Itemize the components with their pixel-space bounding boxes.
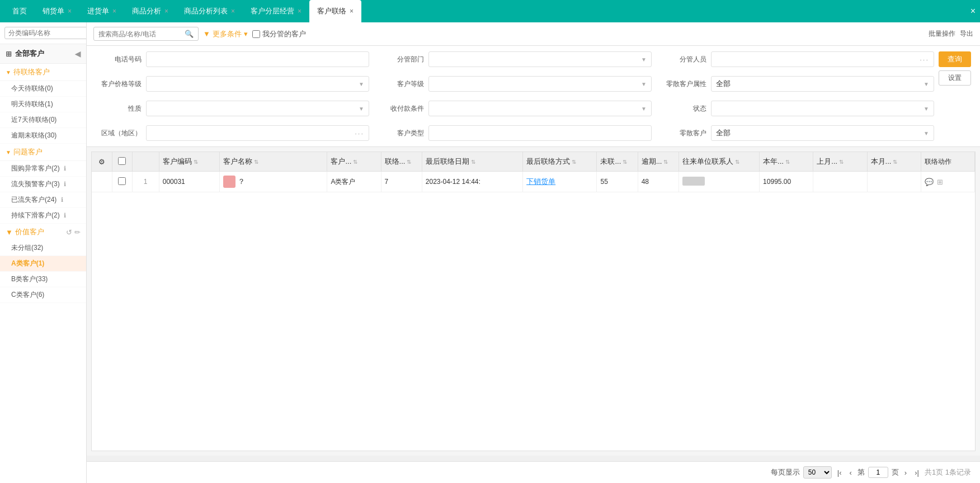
export-btn[interactable]: 导出 xyxy=(960,29,973,39)
row-this-year: 10995.00 xyxy=(760,172,813,192)
settings-button[interactable]: 设置 xyxy=(939,70,971,86)
th-code[interactable]: 客户编码⇅ xyxy=(159,152,219,172)
th-last-method[interactable]: 最后联络方式⇅ xyxy=(523,152,597,172)
th-action: 联络动作 xyxy=(921,152,974,172)
problem-arrow: ▼ xyxy=(6,149,11,155)
nav-sales[interactable]: 销货单 × xyxy=(35,0,79,22)
th-check[interactable] xyxy=(112,152,132,172)
sidebar-section-value[interactable]: ▼ 价值客户 ↺ ✏ xyxy=(0,224,86,240)
contact-sort-icon: ⇅ xyxy=(407,159,411,165)
nav-purchase[interactable]: 进货单 × xyxy=(79,0,124,22)
customer-type-input[interactable] xyxy=(428,125,652,141)
sidebar-item-b-class[interactable]: B类客户(33) xyxy=(0,272,86,287)
nav-goods-list-close[interactable]: × xyxy=(231,7,235,15)
chat-icon[interactable]: 💬 xyxy=(925,178,934,186)
nav-sales-close[interactable]: × xyxy=(68,7,72,15)
nav-goods-analysis-close[interactable]: × xyxy=(164,7,168,15)
last-page-btn[interactable]: ›| xyxy=(912,467,921,478)
code-sort-icon: ⇅ xyxy=(194,159,198,165)
sidebar-item-a-class[interactable]: A类客户(1) xyxy=(0,256,86,272)
dept-dropdown[interactable]: ▼ xyxy=(428,51,652,67)
phone-input[interactable] xyxy=(146,51,369,67)
pending-arrow: ▼ xyxy=(6,69,11,75)
th-unit-contact[interactable]: 往来单位联系人⇅ xyxy=(679,152,759,172)
nav-customer-layer[interactable]: 客户分层经营 × xyxy=(243,0,309,22)
status-dropdown[interactable]: ▼ xyxy=(711,101,934,116)
unit-contact-sort-icon: ⇅ xyxy=(735,159,739,165)
th-no-contact[interactable]: 未联...⇅ xyxy=(597,152,638,172)
batch-op-btn[interactable]: 批量操作 xyxy=(929,29,955,39)
sidebar-collapse-icon[interactable]: ◀ xyxy=(75,50,81,58)
sidebar-section-pending[interactable]: ▼ 待联络客户 xyxy=(0,64,86,81)
sidebar-item-7days[interactable]: 近7天待联络(0) xyxy=(0,112,86,128)
sidebar-item-churned[interactable]: 已流失客户(24) ℹ xyxy=(0,192,86,208)
nature-dropdown[interactable]: ▼ xyxy=(146,101,369,116)
select-all-checkbox[interactable] xyxy=(118,157,126,165)
row-check[interactable] xyxy=(112,172,132,192)
retail-customer-dropdown[interactable]: 全部 ▼ xyxy=(711,125,934,141)
data-table: ⚙ 客户编码⇅ 客户名称⇅ 客户...⇅ 联络...⇅ 最后联络日期⇅ 最后联络… xyxy=(92,152,975,192)
main-layout: 🔍 ⊞ 全部客户 ◀ ▼ 待联络客户 今天待联络(0) 明天待联络(1) 近7天… xyxy=(0,22,980,483)
th-last-date[interactable]: 最后联络日期⇅ xyxy=(422,152,522,172)
customer-level-dropdown[interactable]: ▼ xyxy=(428,76,652,92)
row-type: A类客户 xyxy=(327,172,381,192)
th-contact[interactable]: 联络...⇅ xyxy=(381,152,422,172)
sidebar-section-problem[interactable]: ▼ 问题客户 xyxy=(0,144,86,161)
retail-attr-dropdown[interactable]: 全部 ▼ xyxy=(711,76,934,92)
nav-home[interactable]: 首页 xyxy=(4,0,35,22)
price-level-caret: ▼ xyxy=(359,81,364,87)
row-checkbox[interactable] xyxy=(118,177,126,185)
th-this-month[interactable]: 本月...⇅ xyxy=(867,152,921,172)
sidebar-item-tomorrow[interactable]: 明天待联络(1) xyxy=(0,97,86,112)
sidebar-item-c-class[interactable]: C类客户(6) xyxy=(0,287,86,303)
person-input[interactable]: ··· xyxy=(711,51,934,67)
row-last-date: 2023-04-12 14:44: xyxy=(422,172,522,192)
th-overdue[interactable]: 逾期...⇅ xyxy=(638,152,679,172)
table-area: ⚙ 客户编码⇅ 客户名称⇅ 客户...⇅ 联络...⇅ 最后联络日期⇅ 最后联络… xyxy=(91,151,976,451)
first-page-btn[interactable]: |‹ xyxy=(835,467,844,478)
pending-label: 待联络客户 xyxy=(13,67,50,77)
close-all-tabs[interactable]: × xyxy=(970,6,976,16)
nav-customer-layer-close[interactable]: × xyxy=(298,7,301,15)
filter-customer-level: 客户等级 ▼ xyxy=(378,76,652,92)
nav-goods-analysis[interactable]: 商品分析 × xyxy=(124,0,176,22)
sidebar-item-churn-warning[interactable]: 流失预警客户(3) ℹ xyxy=(0,177,86,192)
price-level-dropdown[interactable]: ▼ xyxy=(146,76,369,92)
th-name[interactable]: 客户名称⇅ xyxy=(219,152,327,172)
sidebar-item-overdue-contact[interactable]: 逾期未联络(30) xyxy=(0,128,86,144)
filter-search-container: 🔍 xyxy=(93,27,199,41)
th-type[interactable]: 客户...⇅ xyxy=(327,152,381,172)
per-page-select[interactable]: 50 100 200 xyxy=(803,466,832,479)
nav-purchase-close[interactable]: × xyxy=(112,7,116,15)
overdue-sort-icon: ⇅ xyxy=(663,159,668,165)
sidebar-item-hoarding[interactable]: 囤购异常客户(2) ℹ xyxy=(0,161,86,177)
sidebar-item-unclassified[interactable]: 未分组(32) xyxy=(0,240,86,256)
payment-dropdown[interactable]: ▼ xyxy=(428,101,652,116)
filter-search-icon[interactable]: 🔍 xyxy=(185,30,194,38)
query-button[interactable]: 查询 xyxy=(939,51,971,67)
sidebar-search-input[interactable] xyxy=(4,27,87,39)
next-page-btn[interactable]: › xyxy=(902,467,909,478)
prev-page-btn[interactable]: ‹ xyxy=(847,467,854,478)
last-method-link[interactable]: 下销货单 xyxy=(526,177,555,186)
horizontal-scrollbar[interactable] xyxy=(87,456,980,461)
filter-row-3: 性质 ▼ 收付款条件 ▼ xyxy=(96,101,934,116)
grid-icon: ⊞ xyxy=(6,50,12,58)
sidebar-item-declining[interactable]: 持续下滑客户(2) ℹ xyxy=(0,208,86,224)
filter-status: 状态 ▼ xyxy=(661,101,934,116)
filter-search-input[interactable] xyxy=(98,30,182,38)
sidebar-item-today[interactable]: 今天待联络(0) xyxy=(0,81,86,97)
filter-my-customers[interactable]: 我分管的客户 xyxy=(252,29,306,39)
th-this-year[interactable]: 本年...⇅ xyxy=(760,152,813,172)
filter-more-btn[interactable]: ▼ 更多条件 ▾ xyxy=(203,29,248,39)
nav-customer-contact[interactable]: 客户联络 × xyxy=(309,0,361,22)
page-input[interactable] xyxy=(868,467,888,478)
qr-icon[interactable]: ⊞ xyxy=(937,178,943,186)
my-customers-checkbox[interactable] xyxy=(252,30,260,38)
th-last-month[interactable]: 上月...⇅ xyxy=(813,152,867,172)
region-input[interactable]: ··· xyxy=(146,125,369,141)
th-gear[interactable]: ⚙ xyxy=(92,152,112,172)
nav-goods-list[interactable]: 商品分析列表 × xyxy=(176,0,243,22)
nav-customer-contact-close[interactable]: × xyxy=(350,7,354,15)
sidebar-header-label: 全部客户 xyxy=(15,49,44,59)
